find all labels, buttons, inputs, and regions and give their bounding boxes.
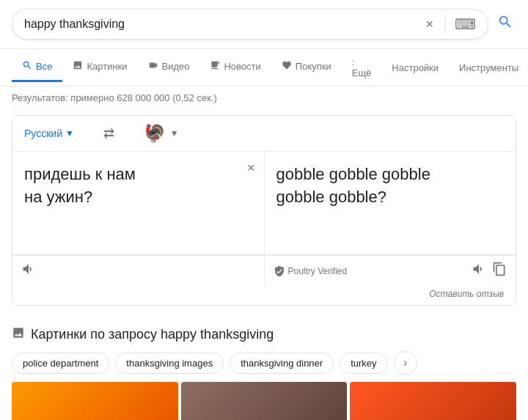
panels-footer: Poultry Verified xyxy=(12,254,516,286)
search-button[interactable] xyxy=(494,11,516,37)
target-lang-arrow: ▼ xyxy=(170,128,179,139)
verified-text: Poultry Verified xyxy=(288,266,348,276)
feedback-link[interactable]: Оставить отзыв xyxy=(12,286,516,305)
shopping-tab-icon xyxy=(282,60,292,73)
chip-turkey[interactable]: turkey xyxy=(340,353,387,374)
source-lang-label: Русский xyxy=(24,128,62,139)
source-lang-arrow: ▼ xyxy=(65,128,74,139)
target-lang-selector[interactable]: 🦃 ▼ xyxy=(144,123,179,144)
turkey-icon: 🦃 xyxy=(144,123,166,144)
tab-settings[interactable]: Настройки xyxy=(381,55,449,81)
keyboard-icon[interactable]: ⌨ xyxy=(455,15,476,33)
tab-news-label: Новости xyxy=(224,61,260,72)
images-title: Картинки по запросу happy thanksgiving xyxy=(31,327,274,342)
video-tab-icon xyxy=(148,60,158,73)
clear-search-icon[interactable]: × xyxy=(422,17,436,32)
news-tab-icon xyxy=(210,60,220,73)
settings-label: Настройки xyxy=(392,62,439,73)
chips-row: police department thanksgiving images th… xyxy=(12,351,516,375)
target-text: gobble gobble gobblegobble gobble? xyxy=(276,163,505,209)
verified-badge: Poultry Verified xyxy=(274,265,348,277)
tab-more[interactable]: : Ещё xyxy=(342,49,382,86)
images-tab-icon xyxy=(73,60,83,73)
chip-police-department[interactable]: police department xyxy=(12,353,109,374)
source-sound-icon[interactable] xyxy=(21,265,36,279)
tools-label: Инструменты xyxy=(459,62,518,73)
results-count: Результатов: примерно 628 000 000 (0,52 … xyxy=(0,86,528,109)
chip-thanksgiving-dinner[interactable]: thanksgiving dinner xyxy=(230,353,334,374)
tab-news[interactable]: Новости xyxy=(199,53,271,82)
thumbnail-1[interactable] xyxy=(12,382,178,420)
thumbnails-row xyxy=(12,382,516,420)
feedback-text: Оставить отзыв xyxy=(429,289,504,299)
all-tab-icon xyxy=(22,60,32,73)
target-panel: gobble gobble gobblegobble gobble? xyxy=(265,152,516,254)
search-bar: × ⌨ xyxy=(12,9,488,40)
images-header: Картинки по запросу happy thanksgiving xyxy=(12,326,516,342)
chip-thanksgiving-images[interactable]: thanksgiving images xyxy=(115,353,224,374)
source-panel: придешь к намна ужин? × xyxy=(12,152,265,254)
search-input[interactable] xyxy=(24,18,417,31)
target-actions xyxy=(472,262,507,280)
tab-images[interactable]: Картинки xyxy=(62,53,137,82)
tab-all-label: Все xyxy=(36,61,52,72)
copy-icon[interactable] xyxy=(492,262,507,280)
swap-languages-icon[interactable]: ⇄ xyxy=(103,125,114,141)
source-text: придешь к намна ужин? xyxy=(24,163,252,209)
target-sound-icon[interactable] xyxy=(472,262,486,280)
search-bar-wrapper: × ⌨ xyxy=(0,0,528,49)
chips-more-button[interactable]: › xyxy=(394,351,417,375)
thumbnail-3[interactable] xyxy=(350,382,516,420)
source-footer xyxy=(12,255,265,286)
images-header-icon xyxy=(12,326,25,342)
source-clear-icon[interactable]: × xyxy=(247,161,255,176)
source-lang-selector[interactable]: Русский ▼ xyxy=(24,128,74,139)
tab-video[interactable]: Видео xyxy=(138,53,200,82)
nav-tabs: Все Картинки Видео Новости Покупки : Ещё… xyxy=(0,49,528,86)
translation-box: Русский ▼ ⇄ 🦃 ▼ придешь к намна ужин? × … xyxy=(12,115,516,306)
translation-header: Русский ▼ ⇄ 🦃 ▼ xyxy=(12,116,516,152)
tab-all[interactable]: Все xyxy=(12,53,62,82)
translation-panels: придешь к намна ужин? × gobble gobble go… xyxy=(12,152,516,254)
images-section: Картинки по запросу happy thanksgiving p… xyxy=(0,317,528,420)
tab-shopping-label: Покупки xyxy=(296,61,331,72)
target-footer: Poultry Verified xyxy=(265,255,516,286)
thumbnail-2[interactable] xyxy=(181,382,348,420)
tab-video-label: Видео xyxy=(162,61,190,72)
tab-tools[interactable]: Инструменты xyxy=(449,55,528,81)
results-count-text: Результатов: примерно 628 000 000 (0,52 … xyxy=(12,92,217,103)
chips-more-icon: › xyxy=(403,356,407,369)
tab-shopping[interactable]: Покупки xyxy=(271,53,342,82)
tab-more-label: : Ещё xyxy=(352,56,372,78)
tab-images-label: Картинки xyxy=(87,61,127,72)
search-divider xyxy=(445,15,446,33)
